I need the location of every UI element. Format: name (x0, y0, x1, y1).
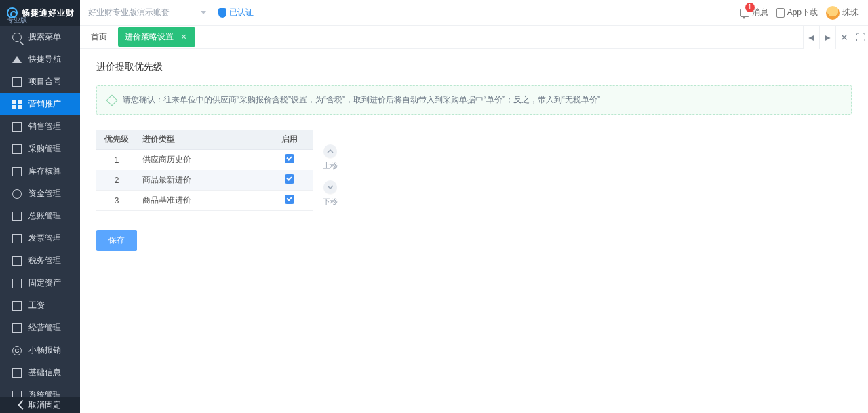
sidebar-item-14[interactable]: G小畅报销 (0, 339, 80, 361)
sidebar-item-label: 采购管理 (28, 143, 61, 155)
tabs-controls: ◄ ► ✕ ⛶ (803, 26, 868, 49)
table-row[interactable]: 3商品基准进价 (96, 191, 313, 211)
sidebar-item-label: 固定资产 (28, 277, 61, 289)
save-button[interactable]: 保存 (96, 230, 137, 251)
tab-active[interactable]: 进价策略设置 × (118, 27, 195, 47)
box-icon (12, 212, 22, 221)
notice-text: 请您确认：往来单位中的供应商“采购报价含税”设置，为“含税”，取到进价后将自动带… (123, 94, 600, 106)
box-icon (12, 144, 22, 154)
sidebar: 畅捷通好业财 专业版 搜索菜单快捷导航项目合同营销推广销售管理采购管理库存核算资… (0, 0, 80, 413)
col-type: 进价类型 (137, 130, 266, 150)
box-icon (12, 301, 22, 311)
cell-priority: 3 (96, 191, 137, 211)
brand-edition: 专业版 (7, 16, 27, 25)
sidebar-item-5[interactable]: 采购管理 (0, 138, 80, 160)
box-icon (12, 122, 22, 132)
tab-close-icon[interactable]: × (179, 33, 189, 42)
table-row[interactable]: 1供应商历史价 (96, 150, 313, 170)
messages-button[interactable]: 1 消息 (740, 7, 768, 18)
reorder-controls: 上移 下移 (323, 130, 338, 207)
messages-badge: 1 (745, 3, 755, 12)
move-down-button[interactable]: 下移 (323, 180, 338, 207)
app-download-button[interactable]: App下载 (776, 7, 818, 18)
box-icon (12, 391, 22, 397)
top-header: 好业财专业版演示账套 已认证 1 消息 App下载 珠珠 (80, 0, 868, 26)
sidebar-item-label: 总账管理 (28, 210, 61, 222)
box-icon (12, 279, 22, 288)
verified-label: 已认证 (229, 7, 254, 18)
tab-home[interactable]: 首页 (91, 31, 107, 43)
cell-enabled (266, 150, 313, 170)
sidebar-item-10[interactable]: 税务管理 (0, 250, 80, 272)
table-row[interactable]: 2商品最新进价 (96, 170, 313, 191)
box-icon (12, 167, 22, 176)
account-selector[interactable]: 好业财专业版演示账套 (88, 7, 210, 18)
cell-type: 商品最新进价 (137, 170, 266, 191)
cell-type: 供应商历史价 (137, 150, 266, 170)
sidebar-item-label: 营销推广 (28, 98, 61, 110)
sidebar-item-label: 小畅报销 (28, 345, 61, 356)
sidebar-item-2[interactable]: 项目合同 (0, 71, 80, 93)
sidebar-item-1[interactable]: 快捷导航 (0, 48, 80, 71)
sidebar-item-label: 基础信息 (28, 367, 61, 378)
shield-icon (218, 8, 226, 18)
checkbox-enabled[interactable] (285, 195, 294, 204)
sidebar-menu: 搜索菜单快捷导航项目合同营销推广销售管理采购管理库存核算资金管理总账管理发票管理… (0, 26, 80, 397)
tabs-fullscreen-button[interactable]: ⛶ (852, 26, 868, 49)
sidebar-item-13[interactable]: 经营管理 (0, 317, 80, 339)
sidebar-item-label: 系统管理 (28, 389, 61, 397)
tab-active-label: 进价策略设置 (125, 31, 174, 43)
sidebar-item-0[interactable]: 搜索菜单 (0, 26, 80, 48)
sidebar-item-16[interactable]: 系统管理 (0, 384, 80, 397)
sidebar-item-12[interactable]: 工资 (0, 294, 80, 317)
sidebar-item-label: 发票管理 (28, 233, 61, 244)
sidebar-item-9[interactable]: 发票管理 (0, 227, 80, 250)
sidebar-item-6[interactable]: 库存核算 (0, 160, 80, 182)
sidebar-item-11[interactable]: 固定资产 (0, 272, 80, 294)
verified-badge[interactable]: 已认证 (218, 7, 254, 18)
sidebar-pin-toggle[interactable]: 取消固定 (0, 397, 80, 413)
col-priority: 优先级 (96, 130, 137, 150)
coin-icon (12, 189, 22, 199)
brand-name: 畅捷通好业财 (22, 7, 75, 19)
move-down-label: 下移 (323, 197, 338, 207)
grid-icon (12, 100, 22, 109)
sidebar-item-4[interactable]: 销售管理 (0, 115, 80, 138)
app-download-label: App下载 (787, 7, 818, 18)
col-enabled: 启用 (266, 130, 313, 150)
box-icon (12, 323, 22, 333)
chevron-down-icon (323, 180, 337, 194)
circle-g-icon: G (12, 346, 22, 355)
table-header-row: 优先级 进价类型 启用 (96, 130, 313, 150)
sidebar-item-7[interactable]: 资金管理 (0, 182, 80, 205)
sidebar-item-label: 快捷导航 (28, 54, 61, 65)
user-menu[interactable]: 珠珠 (826, 6, 859, 20)
tabs-row: 首页 进价策略设置 × ◄ ► ✕ ⛶ (80, 26, 868, 49)
priority-table: 优先级 进价类型 启用 1供应商历史价2商品最新进价3商品基准进价 (96, 130, 313, 211)
move-up-button[interactable]: 上移 (323, 144, 338, 171)
page-title: 进价提取优先级 (96, 61, 852, 73)
notice-banner: 请您确认：往来单位中的供应商“采购报价含税”设置，为“含税”，取到进价后将自动带… (96, 85, 852, 115)
move-up-label: 上移 (323, 161, 338, 171)
sidebar-item-8[interactable]: 总账管理 (0, 205, 80, 227)
box-icon (12, 234, 22, 243)
main-content: 进价提取优先级 请您确认：往来单位中的供应商“采购报价含税”设置，为“含税”，取… (80, 49, 868, 413)
chevron-down-icon (201, 11, 206, 14)
pin-icon (18, 400, 27, 410)
tabs-close-all-button[interactable]: ✕ (835, 26, 852, 49)
search-icon (12, 33, 22, 42)
cell-enabled (266, 191, 313, 211)
username: 珠珠 (842, 7, 859, 18)
checkbox-enabled[interactable] (285, 154, 294, 163)
tabs-next-button[interactable]: ► (819, 26, 835, 49)
tabs-prev-button[interactable]: ◄ (803, 26, 819, 49)
home-icon (12, 56, 22, 63)
brand-logo[interactable]: 畅捷通好业财 专业版 (0, 0, 80, 26)
cell-enabled (266, 170, 313, 191)
sidebar-item-label: 项目合同 (28, 76, 61, 87)
cell-priority: 2 (96, 170, 137, 191)
cell-type: 商品基准进价 (137, 191, 266, 211)
sidebar-item-15[interactable]: 基础信息 (0, 361, 80, 384)
sidebar-item-3[interactable]: 营销推广 (0, 93, 80, 115)
checkbox-enabled[interactable] (285, 174, 294, 184)
